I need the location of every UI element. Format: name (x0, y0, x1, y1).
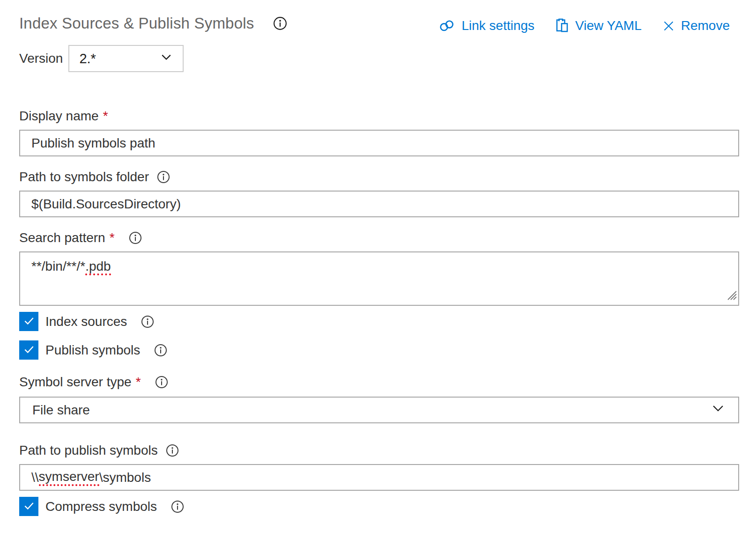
display-name-input[interactable] (19, 130, 739, 156)
info-icon[interactable] (155, 376, 168, 389)
publish-symbols-row: Publish symbols (19, 340, 739, 360)
index-sources-label: Index sources (45, 314, 127, 329)
index-sources-checkbox[interactable] (19, 312, 38, 331)
chevron-down-icon (710, 400, 726, 420)
link-icon (438, 19, 455, 33)
task-info-icon[interactable] (273, 16, 287, 30)
chevron-down-icon (159, 50, 173, 67)
symbol-server-type-dropdown[interactable]: File share (19, 397, 739, 423)
display-name-field: Display name * (19, 110, 739, 156)
required-marker: * (136, 376, 141, 389)
misspelled-text: .pdb (85, 259, 111, 275)
checkmark-icon (23, 500, 35, 514)
misspelled-text: symserver (39, 469, 99, 486)
clipboard-icon (555, 18, 569, 34)
compress-symbols-label: Compress symbols (45, 499, 157, 514)
symbol-server-type-field: Symbol server type * File share (19, 376, 739, 423)
version-dropdown[interactable]: 2.* (68, 45, 184, 72)
header-actions: Link settings View YAML (438, 18, 730, 34)
version-row: Version 2.* (19, 45, 739, 72)
publish-symbols-label: Publish symbols (45, 343, 140, 358)
index-sources-row: Index sources (19, 312, 739, 331)
required-marker: * (110, 231, 115, 244)
publish-path-input[interactable]: \\symserver\symbols (19, 464, 739, 491)
info-icon[interactable] (166, 444, 179, 457)
publish-symbols-checkbox[interactable] (19, 340, 38, 360)
version-value: 2.* (79, 51, 96, 66)
version-label: Version (19, 51, 63, 66)
header: Index Sources & Publish Symbols Link set… (19, 14, 739, 34)
resize-grip-icon[interactable] (726, 288, 737, 303)
compress-symbols-checkbox[interactable] (19, 497, 38, 516)
search-pattern-label: Search pattern (19, 231, 105, 244)
symbol-server-type-value: File share (32, 403, 90, 418)
search-pattern-textarea[interactable]: **/bin/**/*.pdb (19, 251, 739, 306)
page-title: Index Sources & Publish Symbols (19, 14, 254, 33)
info-icon[interactable] (141, 315, 154, 328)
required-marker: * (103, 110, 108, 123)
info-icon[interactable] (157, 170, 170, 184)
search-pattern-field: Search pattern * **/bin/**/*.pdb (19, 231, 739, 306)
info-icon[interactable] (154, 344, 167, 357)
publish-path-label: Path to publish symbols (19, 444, 158, 457)
compress-symbols-row: Compress symbols (19, 497, 739, 516)
display-name-label: Display name (19, 110, 99, 123)
checkmark-icon (23, 343, 35, 357)
view-yaml-button[interactable]: View YAML (555, 18, 642, 34)
symbols-folder-input[interactable] (19, 191, 739, 217)
symbol-server-type-label: Symbol server type (19, 376, 132, 389)
symbols-folder-label: Path to symbols folder (19, 170, 149, 184)
close-icon (662, 20, 675, 32)
info-icon[interactable] (129, 231, 142, 244)
remove-button[interactable]: Remove (662, 18, 730, 34)
link-settings-button[interactable]: Link settings (438, 18, 534, 34)
task-config-panel: Index Sources & Publish Symbols Link set… (0, 0, 756, 516)
symbols-folder-field: Path to symbols folder (19, 170, 739, 217)
publish-path-field: Path to publish symbols \\symserver\symb… (19, 444, 739, 491)
info-icon[interactable] (171, 500, 184, 513)
checkmark-icon (23, 315, 35, 329)
